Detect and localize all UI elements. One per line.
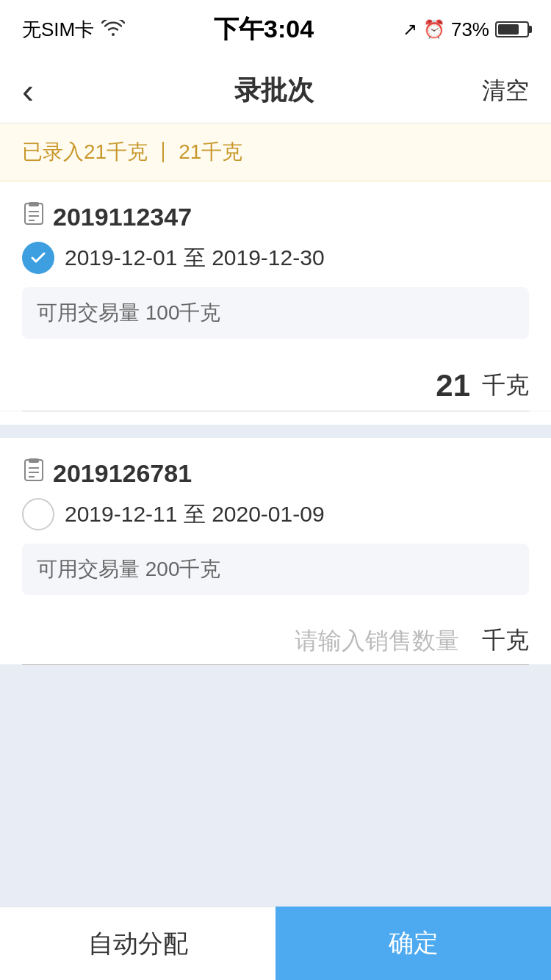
batch-1-id: 2019112347 (53, 203, 192, 231)
batch-1-avail: 可用交易量 100千克 (22, 287, 529, 339)
battery-icon (495, 21, 529, 37)
location-icon: ↗ (403, 19, 417, 40)
batch-2-id: 2019126781 (53, 459, 192, 488)
batch-1-icon (22, 202, 46, 231)
batch-1-amount-value: 21 (436, 368, 470, 403)
section-divider (0, 425, 551, 438)
main-content: 已录入21千克 21千克 2019112347 (0, 123, 551, 907)
batch-2-date: 2019-12-11 至 2020-01-09 (65, 500, 325, 530)
batch-2-input-row: 千克 (0, 610, 551, 664)
info-banner: 已录入21千克 21千克 (0, 123, 551, 181)
battery-percent: 73% (451, 18, 489, 41)
bottom-bar: 自动分配 确定 (0, 907, 551, 980)
confirm-button[interactable]: 确定 (276, 907, 551, 980)
page-title: 录批次 (234, 73, 314, 109)
batch-2-unit: 千克 (482, 624, 529, 657)
gray-area (0, 665, 551, 907)
status-left: 无SIM卡 (22, 17, 125, 43)
batch-2-avail: 可用交易量 200千克 (22, 544, 529, 595)
nav-bar: ‹ 录批次 清空 (0, 59, 551, 123)
batch-2-header: 2019126781 (22, 458, 529, 488)
alarm-icon: ⏰ (423, 19, 445, 40)
status-right: ↗ ⏰ 73% (403, 18, 529, 41)
wifi-icon (101, 18, 125, 41)
batch-2-qty-input[interactable] (250, 627, 470, 655)
batch-1-spacer (0, 411, 551, 425)
svg-rect-6 (29, 458, 39, 463)
status-time: 下午3:04 (214, 12, 314, 46)
recorded-value: 21千克 (179, 138, 242, 166)
batch-item-1: 2019112347 2019-12-01 至 2019-12-30 可用交易量… (0, 181, 551, 353)
carrier-label: 无SIM卡 (22, 17, 94, 43)
batch-1-amount-unit: 千克 (482, 370, 529, 402)
batch-item-2: 2019126781 2019-12-11 至 2020-01-09 可用交易量… (0, 438, 551, 610)
batch-2-icon (22, 458, 46, 488)
info-divider (162, 142, 164, 162)
recorded-label: 已录入21千克 (22, 138, 148, 166)
batch-1-date: 2019-12-01 至 2019-12-30 (65, 243, 325, 273)
batch-1-checkbox[interactable] (22, 242, 54, 274)
batch-1-date-row[interactable]: 2019-12-01 至 2019-12-30 (22, 242, 529, 274)
svg-rect-1 (29, 202, 39, 206)
clear-button[interactable]: 清空 (482, 75, 529, 107)
batch-2-checkbox[interactable] (22, 498, 54, 530)
batch-1-header: 2019112347 (22, 202, 529, 231)
batch-2-date-row[interactable]: 2019-12-11 至 2020-01-09 (22, 498, 529, 530)
batch-1-amount-row: 21 千克 (0, 353, 551, 411)
auto-distribute-button[interactable]: 自动分配 (0, 907, 276, 980)
status-bar: 无SIM卡 下午3:04 ↗ ⏰ 73% (0, 0, 551, 59)
back-button[interactable]: ‹ (22, 71, 66, 111)
